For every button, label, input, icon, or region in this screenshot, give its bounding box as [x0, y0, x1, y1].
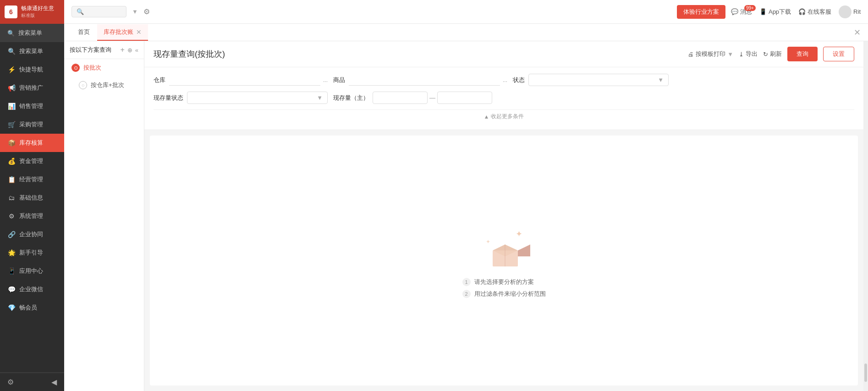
warehouse-more-btn[interactable]: ... [323, 77, 328, 83]
nav-label-purchase: 采购管理 [19, 120, 43, 129]
print-icon: 🖨 [688, 51, 694, 58]
sidebar-item-operation[interactable]: 📋 经营管理 [0, 170, 64, 189]
left-panel-collapse-icon[interactable]: « [135, 47, 138, 54]
sidebar-item-sales[interactable]: 📊 销售管理 [0, 97, 64, 115]
experience-btn[interactable]: 体验行业方案 [677, 5, 725, 19]
collapse-btn[interactable]: ▲ 收起更多条件 [154, 109, 854, 123]
sidebar-item-newbie[interactable]: 🌟 新手引导 [0, 244, 64, 262]
nav-icon-system: ⚙ [7, 212, 16, 220]
empty-steps: 1 请先选择要分析的方案 2 用过滤条件来缩小分析范围 [462, 278, 546, 298]
close-tab-icon[interactable]: ✕ [854, 27, 861, 38]
topbar-dropdown[interactable]: ▼ [132, 8, 138, 15]
refresh-icon: ↻ [763, 51, 768, 58]
collapse-sidebar-icon[interactable]: ◀ [51, 378, 57, 386]
stock-qty-separator: — [428, 94, 437, 101]
sidebar-item-vip[interactable]: 💎 畅会员 [0, 299, 64, 317]
online-service-action[interactable]: 🎧 在线客服 [798, 8, 831, 16]
warehouse-label: 仓库 [154, 76, 165, 84]
sidebar-search[interactable]: 🔍 搜索菜单 [0, 24, 64, 42]
template-print-action[interactable]: 🖨 按模板打印 ▼ [688, 50, 733, 58]
app-logo: 6 [5, 5, 17, 18]
settings-btn[interactable]: 设置 [823, 47, 854, 61]
topbar-settings-icon[interactable]: ⚙ [143, 7, 150, 16]
app-title: 畅康通好生意 [21, 5, 54, 12]
left-panel-item-by-batch[interactable]: ⊙ 按批次 [64, 59, 144, 76]
print-dropdown-icon[interactable]: ▼ [727, 51, 733, 58]
nav-label-sales: 销售管理 [19, 102, 43, 110]
messages-action[interactable]: 💬 消息 99+ [731, 8, 752, 16]
empty-illustration: ✦ ✦ [477, 223, 532, 269]
sidebar-item-search[interactable]: 🔍 搜索菜单 [0, 42, 64, 60]
app-download-action[interactable]: 📱 App下载 [759, 8, 791, 16]
sidebar-item-apps[interactable]: 📱 应用中心 [0, 262, 64, 280]
step-2-text: 用过滤条件来缩小分析范围 [474, 290, 546, 298]
sidebar-item-finance[interactable]: 💰 资金管理 [0, 152, 64, 170]
empty-step-2: 2 用过滤条件来缩小分析范围 [462, 290, 546, 298]
main-area: 🔍 ▼ ⚙ 体验行业方案 💬 消息 99+ 📱 App下载 🎧 在线客服 [64, 0, 868, 391]
filter-area: 仓库 ... 商品 ... 状态 ▼ [144, 67, 863, 130]
sidebar-item-enterprise[interactable]: 🔗 企业协同 [0, 225, 64, 244]
status-select[interactable]: ▼ [528, 74, 669, 86]
nav-icon-finance: 💰 [7, 157, 16, 165]
nav-label-operation: 经营管理 [19, 175, 43, 184]
dropdown-arrow-icon: ▼ [132, 8, 138, 15]
stock-qty-from-input[interactable] [373, 92, 428, 104]
stock-qty-to-input[interactable] [437, 92, 492, 104]
left-panel-item-by-warehouse-batch[interactable]: ○ 按仓库+批次 [64, 76, 144, 94]
goods-more-btn[interactable]: ... [503, 77, 507, 83]
status-label: 状态 [513, 76, 525, 84]
sidebar-item-purchase[interactable]: 🛒 采购管理 [0, 115, 64, 134]
left-panel-settings-icon[interactable]: ⊕ [127, 47, 132, 54]
user-name: Rit [853, 8, 861, 15]
step-1-num: 1 [462, 278, 471, 286]
export-action[interactable]: ⤓ 导出 [739, 50, 758, 58]
settings-icon[interactable]: ⚙ [7, 378, 14, 386]
sidebar-item-wechat[interactable]: 💬 企业微信 [0, 280, 64, 299]
warehouse-input[interactable] [169, 75, 320, 86]
stock-qty-filter: 现存量（主） — [333, 92, 507, 104]
stock-status-select[interactable]: ▼ [187, 92, 328, 104]
nav-icon-sales: 📊 [7, 102, 16, 110]
collapse-up-icon: ▲ [484, 114, 489, 120]
topbar: 🔍 ▼ ⚙ 体验行业方案 💬 消息 99+ 📱 App下载 🎧 在线客服 [64, 0, 868, 24]
goods-label: 商品 [333, 76, 345, 84]
sidebar-item-quick-nav[interactable]: ⚡ 快捷导航 [0, 60, 64, 79]
topbar-search[interactable]: 🔍 [71, 6, 126, 17]
left-panel-add-icon[interactable]: + [120, 46, 124, 54]
tab-inventory-batch[interactable]: 库存批次账 ✕ [97, 24, 148, 41]
search-icon: 🔍 [7, 30, 15, 37]
left-panel-header: 按以下方案查询 + ⊕ « [64, 41, 144, 59]
warehouse-filter: 仓库 ... [154, 75, 328, 86]
goods-input[interactable] [349, 75, 500, 86]
right-scrollbar[interactable] [863, 41, 868, 391]
nav-icon-marketing: 📢 [7, 84, 16, 92]
sidebar-item-system[interactable]: ⚙ 系统管理 [0, 207, 64, 225]
nav-label-basic: 基础信息 [19, 194, 43, 202]
nav-icon-inventory: 📦 [7, 139, 16, 147]
template-print-label: 按模板打印 [696, 50, 725, 58]
nav-label-vip: 畅会员 [19, 304, 37, 312]
scroll-handle[interactable] [864, 364, 867, 382]
page-actions: 🖨 按模板打印 ▼ ⤓ 导出 ↻ 刷新 查询 设置 [688, 47, 854, 61]
sidebar-item-marketing[interactable]: 📢 营销推广 [0, 79, 64, 97]
stock-status-label: 现存量状态 [154, 94, 183, 102]
sidebar-item-inventory[interactable]: 📦 库存核算 [0, 134, 64, 152]
stock-status-filter: 现存量状态 ▼ [154, 92, 328, 104]
batch-dot: ⊙ [71, 64, 80, 72]
refresh-action[interactable]: ↻ 刷新 [763, 50, 782, 58]
query-btn[interactable]: 查询 [787, 47, 818, 61]
nav-label-apps: 应用中心 [19, 267, 43, 275]
left-panel-by-warehouse-batch-label: 按仓库+批次 [91, 81, 124, 89]
tab-home[interactable]: 首页 [71, 24, 96, 41]
nav-label-system: 系统管理 [19, 212, 43, 220]
collapse-label: 收起更多条件 [491, 113, 524, 120]
sidebar-item-basic[interactable]: 🗂 基础信息 [0, 189, 64, 207]
tab-home-label: 首页 [78, 28, 90, 36]
nav-label-enterprise: 企业协同 [19, 230, 43, 239]
sidebar: 6 畅康通好生意 标准版 🔍 搜索菜单 🔍 搜索菜单 ⚡ 快捷导航 📢 营销推广… [0, 0, 64, 391]
content-area: 按以下方案查询 + ⊕ « ⊙ 按批次 ○ 按仓库+批次 现存量查询(按批次) [64, 41, 868, 391]
user-avatar-area[interactable]: Rit [839, 5, 861, 18]
topbar-search-icon: 🔍 [77, 8, 84, 15]
left-panel: 按以下方案查询 + ⊕ « ⊙ 按批次 ○ 按仓库+批次 [64, 41, 144, 391]
tab-close-icon[interactable]: ✕ [136, 29, 142, 35]
